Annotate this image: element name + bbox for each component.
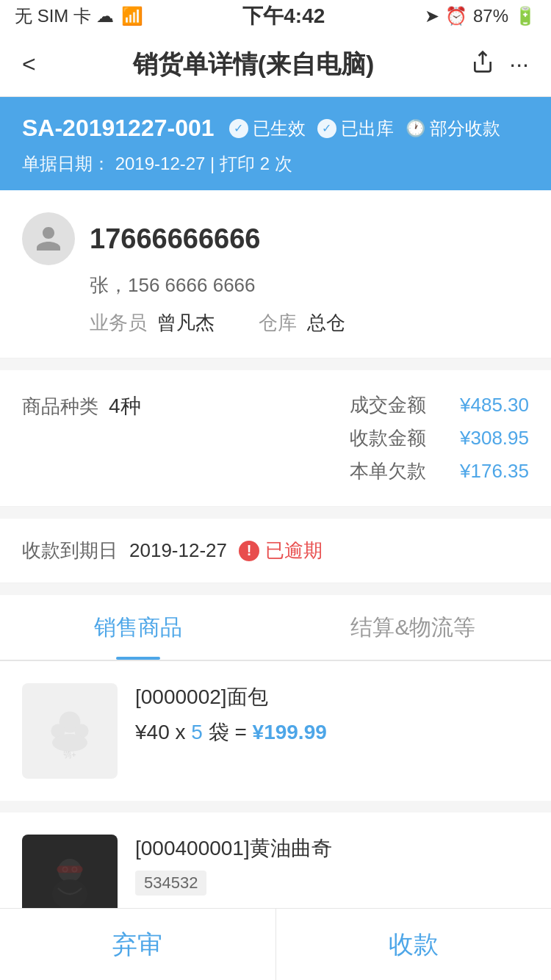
status-label-shipped: 已出库 bbox=[341, 117, 394, 140]
due-date-value: 2019-12-27 bbox=[129, 539, 227, 562]
tab-settlement-label: 结算&物流等 bbox=[350, 613, 475, 643]
customer-name: 张，156 6666 6666 bbox=[90, 273, 529, 298]
overdue-label: 已逾期 bbox=[265, 538, 323, 563]
status-bar-right: ➤ ⏰ 87% 🔋 bbox=[425, 6, 536, 26]
status-bar-left: 无 SIM 卡 ☁ 📶 bbox=[15, 4, 143, 28]
nav-right: ··· bbox=[471, 50, 529, 79]
warehouse-label: 仓库 bbox=[259, 310, 297, 336]
alarm-icon: ⏰ bbox=[445, 6, 467, 26]
product-sku-2: 534532 bbox=[135, 871, 206, 896]
product-name-1: [0000002]面包 bbox=[135, 683, 529, 711]
check-icon-2: ✓ bbox=[317, 119, 336, 138]
cancel-button[interactable]: 弃审 bbox=[0, 909, 276, 980]
share-button[interactable] bbox=[471, 50, 494, 79]
product-quantity-1: 5 bbox=[191, 721, 203, 743]
product-unit-price-1: ¥40 bbox=[135, 721, 170, 743]
header-banner-row1: SA-20191227-001 ✓ 已生效 ✓ 已出库 🕐 部分收款 bbox=[22, 115, 529, 142]
customer-row1: 17666666666 bbox=[22, 212, 529, 265]
svg-point-3 bbox=[52, 734, 87, 752]
location-icon: ➤ bbox=[425, 6, 439, 26]
product-info-1: [0000002]面包 ¥40 x 5 袋 = ¥199.99 bbox=[135, 683, 529, 746]
category-label: 商品种类 bbox=[22, 394, 98, 419]
status-label-partial: 部分收款 bbox=[430, 117, 500, 140]
product-equals-1: = bbox=[234, 721, 252, 743]
status-badge-partial: 🕐 部分收款 bbox=[406, 117, 500, 140]
header-banner-date-row: 单据日期： 2019-12-27 | 打印 2 次 bbox=[22, 152, 529, 176]
check-icon-1: ✓ bbox=[229, 119, 248, 138]
summary-left: 商品种类 4种 bbox=[22, 392, 141, 420]
order-number: SA-20191227-001 bbox=[22, 115, 215, 142]
owed-amount-value: ¥176.35 bbox=[441, 460, 529, 483]
product-multiply-icon-1: x bbox=[176, 721, 192, 743]
tab-sales-products-label: 销售商品 bbox=[94, 613, 182, 643]
product-unit-1: 袋 bbox=[209, 721, 229, 743]
confirm-button[interactable]: 收款 bbox=[276, 909, 552, 980]
customer-phone: 17666666666 bbox=[90, 223, 260, 255]
tab-sales-products[interactable]: 销售商品 bbox=[0, 595, 276, 660]
customer-section: 17666666666 张，156 6666 6666 业务员 曾凡杰 仓库 总… bbox=[0, 190, 551, 359]
due-date-section: 收款到期日 2019-12-27 ! 已逾期 bbox=[0, 519, 551, 583]
customer-avatar bbox=[22, 212, 75, 265]
wifi-icon: 📶 bbox=[121, 6, 143, 26]
warehouse-value: 总仓 bbox=[307, 310, 345, 336]
header-banner: SA-20191227-001 ✓ 已生效 ✓ 已出库 🕐 部分收款 单据日期：… bbox=[0, 97, 551, 190]
owed-amount-label: 本单欠款 bbox=[350, 458, 426, 484]
summary-section: 商品种类 4种 成交金额 ¥485.30 收款金额 ¥308.95 本单欠款 ¥… bbox=[0, 370, 551, 507]
date-label: 单据日期： bbox=[22, 154, 110, 173]
status-bar: 无 SIM 卡 ☁ 📶 下午4:42 ➤ ⏰ 87% 🔋 bbox=[0, 0, 551, 32]
status-badges: ✓ 已生效 ✓ 已出库 🕐 部分收款 bbox=[229, 117, 500, 140]
owed-amount-row: 本单欠款 ¥176.35 bbox=[350, 458, 529, 484]
tabs-container: 销售商品 结算&物流等 bbox=[0, 595, 551, 661]
receipt-amount-row: 收款金额 ¥308.95 bbox=[350, 425, 529, 451]
product-image-1: 鸮+ bbox=[22, 683, 118, 779]
receipt-amount-value: ¥308.95 bbox=[441, 427, 529, 450]
summary-right: 成交金额 ¥485.30 收款金额 ¥308.95 本单欠款 ¥176.35 bbox=[350, 392, 529, 484]
more-button[interactable]: ··· bbox=[509, 51, 529, 78]
overdue-badge: ! 已逾期 bbox=[239, 538, 323, 563]
status-bar-time: 下午4:42 bbox=[242, 2, 325, 30]
overdue-icon: ! bbox=[239, 541, 259, 561]
bottom-bar: 弃审 收款 bbox=[0, 908, 551, 980]
status-badge-shipped: ✓ 已出库 bbox=[317, 117, 394, 140]
product-price-row-1: ¥40 x 5 袋 = ¥199.99 bbox=[135, 718, 529, 746]
salesperson-label: 业务员 bbox=[90, 310, 147, 336]
nav-left: < bbox=[22, 51, 36, 78]
customer-meta: 业务员 曾凡杰 仓库 总仓 bbox=[90, 310, 529, 336]
salesperson-meta: 业务员 曾凡杰 bbox=[90, 310, 215, 336]
print-info: | 打印 2 次 bbox=[210, 154, 292, 173]
product-name-2: [000400001]黄油曲奇 bbox=[135, 835, 529, 862]
deal-amount-row: 成交金额 ¥485.30 bbox=[350, 392, 529, 418]
svg-text:鸮+: 鸮+ bbox=[63, 750, 76, 759]
list-item: 鸮+ [0000002]面包 ¥40 x 5 袋 = ¥199.99 bbox=[0, 661, 551, 801]
salesperson-value: 曾凡杰 bbox=[157, 310, 215, 336]
category-count: 4种 bbox=[109, 392, 141, 420]
battery-level: 87% bbox=[473, 6, 508, 26]
svg-rect-11 bbox=[57, 866, 82, 873]
clock-icon: 🕐 bbox=[406, 119, 425, 138]
nav-bar: < 销货单详情(来自电脑) ··· bbox=[0, 32, 551, 97]
back-button[interactable]: < bbox=[22, 51, 36, 78]
sim-status: 无 SIM 卡 ☁ bbox=[15, 4, 114, 28]
warehouse-meta: 仓库 总仓 bbox=[259, 310, 345, 336]
receipt-amount-label: 收款金额 bbox=[350, 425, 426, 451]
product-total-1: ¥199.99 bbox=[253, 721, 327, 743]
due-date-label: 收款到期日 bbox=[22, 538, 118, 563]
deal-amount-label: 成交金额 bbox=[350, 392, 426, 418]
order-date: 2019-12-27 bbox=[115, 154, 206, 173]
tab-settlement[interactable]: 结算&物流等 bbox=[276, 595, 551, 660]
battery-icon: 🔋 bbox=[514, 6, 536, 26]
nav-title: 销货单详情(来自电脑) bbox=[133, 48, 375, 82]
status-badge-active: ✓ 已生效 bbox=[229, 117, 306, 140]
status-label-active: 已生效 bbox=[253, 117, 306, 140]
deal-amount-value: ¥485.30 bbox=[441, 394, 529, 417]
